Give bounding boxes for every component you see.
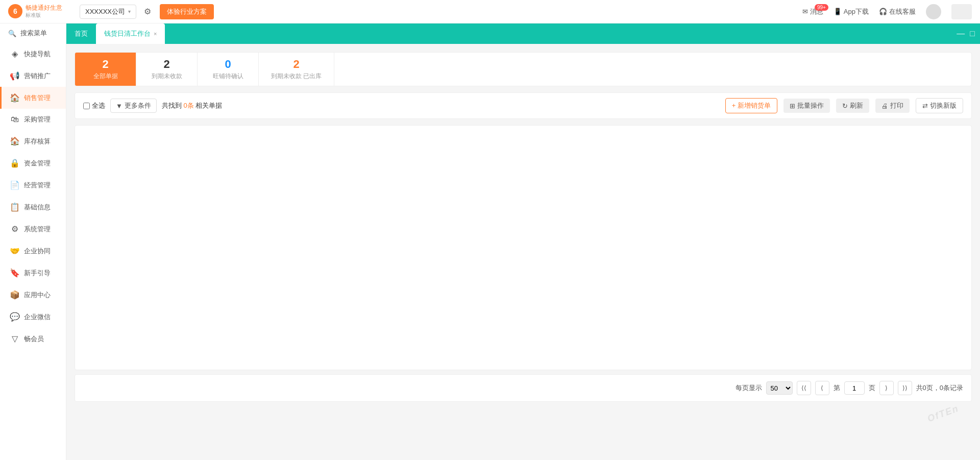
sidebar-item-app-center[interactable]: 📦应用中心 <box>0 284 66 306</box>
toolbar: 全选 ▼ 更多条件 共找到 0条 相关单据 + 新增销货单 ⊞ 批量操作 ↻ 刷… <box>75 92 972 119</box>
table-area <box>75 125 972 370</box>
sidebar-label-operations: 经营管理 <box>24 181 51 190</box>
filter-label: 更多条件 <box>125 101 151 110</box>
last-page-button[interactable]: ⟩⟩ <box>898 381 912 395</box>
main-content: 2全部单据2到期未收款0旺铺待确认2到期未收款 已出库 全选 ▼ 更多条件 共找… <box>66 44 980 460</box>
print-icon: 🖨 <box>881 102 888 110</box>
select-all-checkbox[interactable]: 全选 <box>83 101 105 110</box>
user-name[interactable] <box>951 4 972 19</box>
sidebar-label-guide: 新手引导 <box>24 269 51 278</box>
stats-tab-all[interactable]: 2全部单据 <box>75 53 136 86</box>
search-menu-item[interactable]: 🔍 搜索菜单 <box>0 23 66 43</box>
trial-button[interactable]: 体验行业方案 <box>160 4 214 19</box>
sidebar-label-app-center: 应用中心 <box>24 290 51 300</box>
page-size-select[interactable]: 50 10 20 100 <box>766 381 793 395</box>
sidebar-icon-cooperation: 🤝 <box>10 246 20 256</box>
refresh-button[interactable]: ↻ 刷新 <box>836 99 869 113</box>
app-download-button[interactable]: 📱 App下载 <box>834 7 869 16</box>
tab-home[interactable]: 首页 <box>66 23 96 44</box>
select-all-label: 全选 <box>92 101 105 110</box>
stats-label-all: 全部单据 <box>87 72 124 81</box>
sidebar-icon-finance: 🔒 <box>10 158 20 168</box>
search-menu-label: 搜索菜单 <box>20 29 47 38</box>
app-version: 标准版 <box>26 12 62 19</box>
sidebar-icon-operations: 📄 <box>10 180 20 190</box>
tab-home-label: 首页 <box>75 29 88 38</box>
sidebar-item-operations[interactable]: 📄经营管理 <box>0 174 66 196</box>
app-download-label: App下载 <box>844 7 869 16</box>
first-page-button[interactable]: ⟨⟨ <box>797 381 811 395</box>
company-name: XXXXXX公司 <box>85 7 125 16</box>
tab-qhrq-label: 钱货日清工作台 <box>104 29 151 38</box>
sidebar-item-wechat[interactable]: 💬企业微信 <box>0 306 66 328</box>
filter-icon: ▼ <box>116 102 122 110</box>
settings-button[interactable]: ⚙ <box>140 5 155 19</box>
sidebar-icon-vip: ▽ <box>10 334 20 344</box>
sidebar-icon-wechat: 💬 <box>10 312 20 322</box>
sidebar-icon-purchase: 🛍 <box>10 115 20 124</box>
switch-version-button[interactable]: ⇄ 切换新版 <box>916 98 963 113</box>
sidebar-icon-quick-nav: ◈ <box>10 49 20 59</box>
next-page-button[interactable]: ⟩ <box>879 381 894 395</box>
tab-minimize-icon[interactable]: — <box>957 29 965 38</box>
toolbar-right: + 新增销货单 ⊞ 批量操作 ↻ 刷新 🖨 打印 ⇄ 切换新版 <box>725 98 963 113</box>
new-sale-order-button[interactable]: + 新增销货单 <box>725 98 777 113</box>
stats-count-all: 2 <box>87 58 124 71</box>
batch-icon: ⊞ <box>790 102 795 110</box>
sidebar-label-quick-nav: 快捷导航 <box>24 50 51 59</box>
avatar[interactable] <box>926 4 941 19</box>
tab-bar-actions: — □ <box>957 29 980 38</box>
toolbar-left: 全选 ▼ 更多条件 共找到 0条 相关单据 <box>83 99 222 113</box>
logo-area: 6 畅捷通好生意 标准版 <box>8 4 75 18</box>
sidebar-icon-inventory: 🏠 <box>10 136 20 146</box>
select-all-input[interactable] <box>83 103 90 109</box>
page-size-label: 每页显示 <box>736 383 762 393</box>
sidebar-item-marketing[interactable]: 📢营销推广 <box>0 65 66 87</box>
sidebar-item-quick-nav[interactable]: ◈快捷导航 <box>0 43 66 65</box>
sidebar-item-inventory[interactable]: 🏠库存核算 <box>0 130 66 152</box>
chevron-down-icon: ▾ <box>128 9 131 14</box>
sidebar-label-vip: 畅会员 <box>24 334 44 344</box>
switch-icon: ⇄ <box>922 102 928 110</box>
page-suffix: 页 <box>869 383 875 393</box>
sidebar-icon-sales: 🏠 <box>10 93 20 103</box>
sidebar-item-vip[interactable]: ▽畅会员 <box>0 328 66 350</box>
sidebar-item-cooperation[interactable]: 🤝企业协同 <box>0 240 66 262</box>
stats-label-overdue: 到期未收款 <box>149 72 185 81</box>
sidebar-icon-system: ⚙ <box>10 224 20 234</box>
sidebar-item-sales[interactable]: 🏠销售管理 <box>0 87 66 109</box>
online-service-button[interactable]: 🎧 在线客服 <box>879 7 916 16</box>
online-service-label: 在线客服 <box>889 7 916 16</box>
sidebar-icon-app-center: 📦 <box>10 290 20 300</box>
tab-close-icon[interactable]: × <box>154 31 157 37</box>
page-number-input[interactable] <box>844 381 865 395</box>
pagination: 每页显示 50 10 20 100 ⟨⟨ ⟨ 第 页 ⟩ ⟩⟩ 共0页，0条记录 <box>75 374 972 402</box>
sidebar-label-cooperation: 企业协同 <box>24 247 51 256</box>
stats-label-overdue-out: 到期未收款 已出库 <box>271 72 322 81</box>
sidebar-label-purchase: 采购管理 <box>24 115 51 124</box>
sidebar-item-guide[interactable]: 🔖新手引导 <box>0 262 66 284</box>
messages-button[interactable]: ✉ 消息 99+ <box>802 7 823 16</box>
message-badge: 99+ <box>815 4 828 11</box>
download-icon: 📱 <box>834 8 842 15</box>
filter-button[interactable]: ▼ 更多条件 <box>110 99 157 113</box>
sidebar-item-base-info[interactable]: 📋基础信息 <box>0 196 66 218</box>
tab-maximize-icon[interactable]: □ <box>970 29 975 38</box>
sidebar-item-finance[interactable]: 🔒资金管理 <box>0 152 66 174</box>
stats-tab-pending[interactable]: 0旺铺待确认 <box>198 53 259 86</box>
stats-count-pending: 0 <box>210 58 246 71</box>
sidebar-label-inventory: 库存核算 <box>24 137 51 146</box>
prev-page-button[interactable]: ⟨ <box>815 381 829 395</box>
batch-operation-button[interactable]: ⊞ 批量操作 <box>783 99 830 113</box>
company-selector[interactable]: XXXXXX公司 ▾ <box>80 5 136 19</box>
sidebar-icon-base-info: 📋 <box>10 202 20 212</box>
print-button[interactable]: 🖨 打印 <box>875 99 910 113</box>
sidebar-item-system[interactable]: ⚙系统管理 <box>0 218 66 240</box>
message-icon: ✉ <box>802 8 808 15</box>
stats-tab-overdue-out[interactable]: 2到期未收款 已出库 <box>259 53 334 86</box>
tab-qhrq[interactable]: 钱货日清工作台 × <box>96 23 165 44</box>
sidebar-label-wechat: 企业微信 <box>24 312 51 322</box>
stats-tab-overdue[interactable]: 2到期未收款 <box>136 53 198 86</box>
header-right: ✉ 消息 99+ 📱 App下载 🎧 在线客服 <box>802 4 972 19</box>
sidebar-item-purchase[interactable]: 🛍采购管理 <box>0 109 66 130</box>
